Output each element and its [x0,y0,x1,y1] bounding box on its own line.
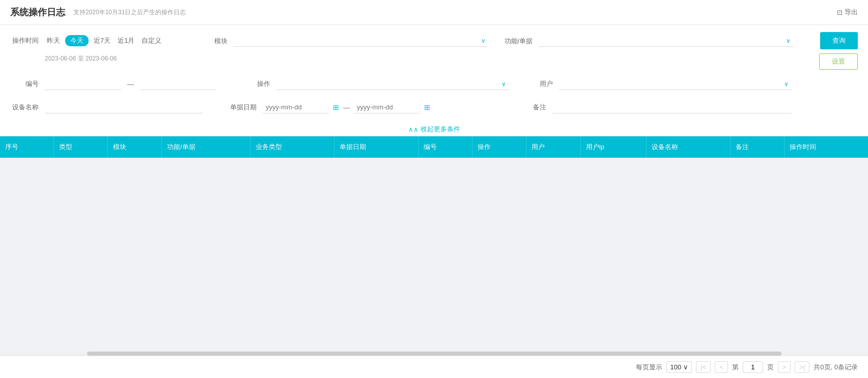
col-biz-type: 业务类型 [250,136,334,158]
collapse-button[interactable]: ∧∧ 收起更多条件 [408,125,460,134]
export-icon: ⊡ [837,9,843,16]
time-today-btn[interactable]: 今天 [65,35,89,46]
number-dash: — [125,80,136,88]
number-end-input[interactable] [140,78,216,90]
voucher-date-end-input[interactable] [354,101,420,113]
func-select[interactable]: ∨ [539,35,794,47]
page-size-value: 100 [670,363,681,371]
col-user-ip: 用户ip [580,136,646,158]
page-size-label: 每页显示 [636,363,662,372]
operation-dropdown-icon: ∨ [501,80,506,88]
query-button[interactable]: 查询 [820,32,858,49]
page-unit: 页 [767,363,774,372]
date-start-calendar-icon[interactable]: ⊞ [333,103,339,111]
time-7days-btn[interactable]: 近7天 [92,35,113,46]
pagination-area: 每页显示 100 ∨ |< < 第 页 > >| 共0页, 0条记录 [0,356,868,378]
module-dropdown-icon: ∨ [481,37,486,44]
next-page-button[interactable]: > [778,361,791,373]
voucher-date-range: ⊞ — ⊞ [263,101,430,113]
col-seq: 序号 [0,136,53,158]
collapse-up-icon: ∧∧ [408,126,418,133]
time-custom-btn[interactable]: 自定义 [139,35,163,46]
col-op-time: 操作时间 [785,136,868,158]
prev-page-button[interactable]: < [715,361,728,373]
col-operation: 操作 [472,136,526,158]
col-voucher-date: 单据日期 [334,136,418,158]
col-type: 类型 [53,136,107,158]
page-label: 第 [732,363,739,372]
collapse-row: ∧∧ 收起更多条件 [0,122,868,136]
device-input[interactable] [45,101,203,113]
col-remark: 备注 [731,136,785,158]
action-buttons: 查询 设置 [809,32,858,70]
data-table: 序号 类型 模块 功能/单据 业务类型 单据日期 编号 操作 用户 用户ip 设… [0,136,868,158]
first-page-button[interactable]: |< [696,361,711,373]
module-select[interactable]: ∨ [234,35,489,47]
func-dropdown-icon: ∨ [786,37,791,44]
col-module: 模块 [107,136,161,158]
page-number-input[interactable] [743,361,763,373]
page-subtitle: 支持2020年10月31日之后产生的操作日志 [73,8,186,17]
voucher-date-label: 单据日期 [228,103,257,112]
number-start-input[interactable] [45,78,121,90]
settings-button[interactable]: 设置 [819,53,858,70]
func-label: 功能/单据 [504,37,533,46]
operation-label: 操作 [242,79,270,89]
total-info: 共0页, 0条记录 [814,363,858,372]
export-button[interactable]: ⊡ 导出 [837,8,858,17]
voucher-date-start-input[interactable] [263,101,329,113]
user-select[interactable]: ∨ [559,78,792,90]
operation-select[interactable]: ∨ [276,78,509,90]
table-container: 序号 类型 模块 功能/单据 业务类型 单据日期 编号 操作 用户 用户ip 设… [0,136,868,352]
col-user: 用户 [526,136,580,158]
module-label: 模块 [199,37,228,46]
col-number: 编号 [418,136,472,158]
time-range-display: 2023-06-06 至 2023-06-06 [45,55,117,62]
user-dropdown-icon: ∨ [784,80,789,88]
time-1month-btn[interactable]: 近1月 [116,35,136,46]
col-func: 功能/单据 [162,136,250,158]
table-header-row: 序号 类型 模块 功能/单据 业务类型 单据日期 编号 操作 用户 用户ip 设… [0,136,868,158]
time-filter-label: 操作时间 [10,36,39,45]
number-label: 编号 [10,79,39,89]
page-size-select[interactable]: 100 ∨ [666,361,692,373]
remark-input[interactable] [552,101,792,113]
user-label: 用户 [524,79,553,89]
scrollbar-area[interactable] [0,352,868,356]
filter-section: 操作时间 昨天 今天 近7天 近1月 自定义 2023-06-06 至 2023… [0,25,868,122]
date-end-calendar-icon[interactable]: ⊞ [424,103,430,111]
time-yesterday-btn[interactable]: 昨天 [45,35,62,46]
remark-label: 备注 [518,103,546,112]
page-size-dropdown-icon: ∨ [683,363,688,371]
page-header: 系统操作日志 支持2020年10月31日之后产生的操作日志 ⊡ 导出 [0,0,868,25]
last-page-button[interactable]: >| [795,361,809,373]
device-label: 设备名称 [10,103,39,112]
scrollbar-thumb[interactable] [87,352,781,356]
col-device: 设备名称 [647,136,731,158]
page-title: 系统操作日志 [10,6,65,18]
